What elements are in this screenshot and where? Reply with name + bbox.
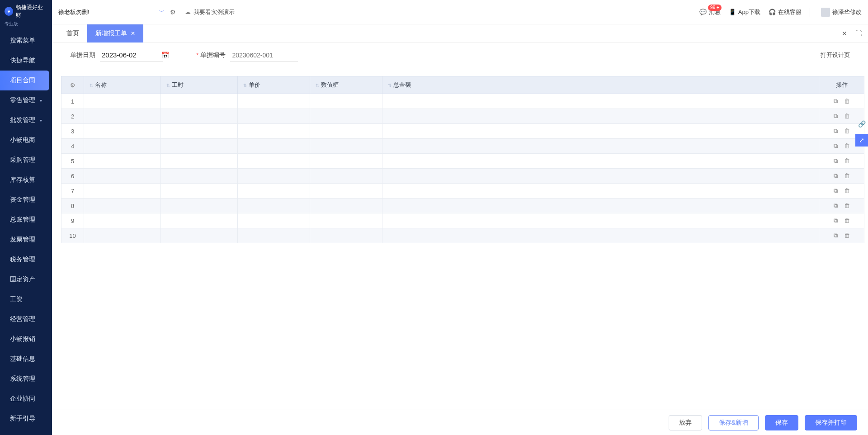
delete-row-icon[interactable]: 🗑: [844, 232, 850, 239]
sidebar-item-2[interactable]: 项目合同: [0, 71, 49, 90]
table-row[interactable]: 4⧉🗑: [61, 139, 864, 154]
gear-icon[interactable]: ⚙: [170, 9, 176, 16]
cell-numbox[interactable]: [310, 169, 382, 184]
save-button[interactable]: 保存: [765, 415, 798, 430]
cell-price[interactable]: [238, 184, 310, 199]
app-download-button[interactable]: 📱 App下载: [729, 8, 760, 16]
cell-total[interactable]: [382, 199, 819, 213]
delete-row-icon[interactable]: 🗑: [844, 217, 850, 224]
close-all-icon[interactable]: ✕: [840, 28, 849, 39]
cell-name[interactable]: [84, 184, 161, 199]
cell-name[interactable]: [84, 94, 161, 109]
cell-name[interactable]: [84, 228, 161, 243]
cell-hours[interactable]: [161, 213, 238, 228]
copy-row-icon[interactable]: ⧉: [834, 172, 838, 180]
table-row[interactable]: 3⧉🗑: [61, 124, 864, 139]
sidebar-item-1[interactable]: 快捷导航: [0, 51, 52, 71]
cell-name[interactable]: [84, 199, 161, 213]
cell-hours[interactable]: [161, 139, 238, 154]
sidebar-item-12[interactable]: 固定资产: [0, 270, 52, 289]
close-icon[interactable]: ✕: [131, 30, 135, 37]
discard-button[interactable]: 放弃: [669, 415, 702, 430]
delete-row-icon[interactable]: 🗑: [844, 98, 850, 105]
cell-hours[interactable]: [161, 184, 238, 199]
cell-name[interactable]: [84, 213, 161, 228]
copy-row-icon[interactable]: ⧉: [834, 157, 838, 165]
sidebar-item-8[interactable]: 资金管理: [0, 190, 52, 210]
sidebar-item-15[interactable]: 小畅报销: [0, 329, 52, 349]
cell-total[interactable]: [382, 154, 819, 169]
copy-row-icon[interactable]: ⧉: [834, 142, 838, 150]
table-row[interactable]: 1⧉🗑: [61, 94, 864, 109]
cell-name[interactable]: [84, 154, 161, 169]
cell-hours[interactable]: [161, 124, 238, 139]
copy-row-icon[interactable]: ⧉: [834, 98, 838, 105]
sidebar-item-18[interactable]: 企业协同: [0, 389, 52, 409]
cell-total[interactable]: [382, 213, 819, 228]
sidebar-item-6[interactable]: 采购管理: [0, 150, 52, 170]
column-settings-icon[interactable]: ⚙: [61, 76, 84, 94]
tab-home[interactable]: 首页: [58, 24, 87, 43]
cell-numbox[interactable]: [310, 109, 382, 124]
cell-total[interactable]: [382, 139, 819, 154]
cell-total[interactable]: [382, 228, 819, 243]
online-service-button[interactable]: 🎧 在线客服: [769, 8, 802, 16]
column-numbox[interactable]: ⇅数值框: [310, 76, 382, 94]
cell-numbox[interactable]: [310, 199, 382, 213]
user-menu[interactable]: 徐泽华修改: [821, 8, 862, 17]
delete-row-icon[interactable]: 🗑: [844, 172, 850, 180]
sidebar-item-13[interactable]: 工资: [0, 289, 52, 309]
cell-total[interactable]: [382, 109, 819, 124]
cell-numbox[interactable]: [310, 184, 382, 199]
expand-icon[interactable]: ⤢: [855, 134, 868, 147]
cell-hours[interactable]: [161, 109, 238, 124]
column-price[interactable]: ⇅单价: [238, 76, 310, 94]
cell-total[interactable]: [382, 124, 819, 139]
table-row[interactable]: 5⧉🗑: [61, 154, 864, 169]
copy-row-icon[interactable]: ⧉: [834, 232, 838, 239]
copy-row-icon[interactable]: ⧉: [834, 202, 838, 209]
company-selector[interactable]: 徐老板勿删! ﹀ ⚙: [58, 8, 176, 16]
cell-name[interactable]: [84, 139, 161, 154]
sidebar-item-10[interactable]: 发票管理: [0, 230, 52, 250]
cell-price[interactable]: [238, 228, 310, 243]
sidebar-item-4[interactable]: 批发管理▾: [0, 110, 52, 130]
cell-price[interactable]: [238, 169, 310, 184]
copy-row-icon[interactable]: ⧉: [834, 113, 838, 120]
sidebar-item-9[interactable]: 总账管理: [0, 210, 52, 230]
attachment-icon[interactable]: 🔗: [855, 118, 868, 130]
sidebar-item-19[interactable]: 新手引导: [0, 409, 52, 429]
cell-total[interactable]: [382, 94, 819, 109]
column-name[interactable]: ⇅名称: [84, 76, 161, 94]
cell-hours[interactable]: [161, 228, 238, 243]
sidebar-settings-icon[interactable]: ⚙: [0, 429, 52, 435]
delete-row-icon[interactable]: 🗑: [844, 157, 850, 165]
cell-price[interactable]: [238, 94, 310, 109]
delete-row-icon[interactable]: 🗑: [844, 128, 850, 135]
cell-numbox[interactable]: [310, 228, 382, 243]
delete-row-icon[interactable]: 🗑: [844, 113, 850, 120]
cell-price[interactable]: [238, 199, 310, 213]
demo-link[interactable]: 我要看实例演示: [185, 8, 235, 16]
cell-numbox[interactable]: [310, 213, 382, 228]
copy-row-icon[interactable]: ⧉: [834, 187, 838, 194]
cell-price[interactable]: [238, 213, 310, 228]
table-row[interactable]: 6⧉🗑: [61, 169, 864, 184]
design-link[interactable]: 打开设计页: [821, 51, 850, 59]
code-input[interactable]: [230, 49, 298, 62]
sidebar-item-0[interactable]: 搜索菜单: [0, 31, 52, 51]
table-row[interactable]: 9⧉🗑: [61, 213, 864, 228]
delete-row-icon[interactable]: 🗑: [844, 142, 850, 150]
copy-row-icon[interactable]: ⧉: [834, 128, 838, 135]
cell-hours[interactable]: [161, 94, 238, 109]
cell-price[interactable]: [238, 109, 310, 124]
cell-hours[interactable]: [161, 169, 238, 184]
cell-numbox[interactable]: [310, 154, 382, 169]
messages-button[interactable]: 💬 消息 99 +: [699, 8, 721, 16]
sidebar-item-17[interactable]: 系统管理: [0, 369, 52, 389]
table-row[interactable]: 2⧉🗑: [61, 109, 864, 124]
sidebar-item-14[interactable]: 经营管理: [0, 309, 52, 329]
save-new-button[interactable]: 保存&新增: [708, 415, 759, 430]
cell-total[interactable]: [382, 184, 819, 199]
copy-row-icon[interactable]: ⧉: [834, 217, 838, 224]
